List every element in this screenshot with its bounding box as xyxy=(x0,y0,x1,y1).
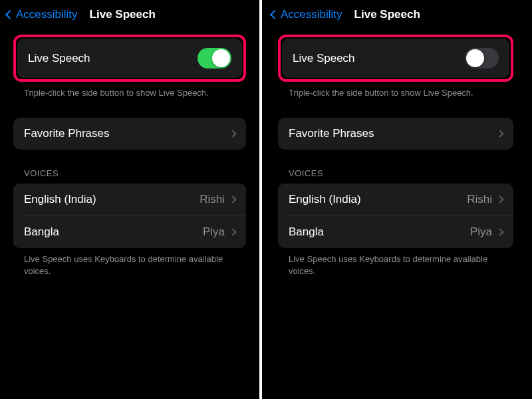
voice-row[interactable]: Bangla Piya xyxy=(13,216,246,248)
chevron-left-icon xyxy=(5,10,15,19)
voice-value: Piya xyxy=(203,225,235,239)
voice-row[interactable]: English (India) Rishi xyxy=(13,184,246,215)
live-speech-row[interactable]: Live Speech xyxy=(282,39,509,78)
hint-keyboards: Live Speech uses Keyboards to determine … xyxy=(13,248,246,277)
live-speech-label: Live Speech xyxy=(293,52,355,65)
back-label: Accessibility xyxy=(281,8,342,21)
voice-row[interactable]: English (India) Rishi xyxy=(278,184,513,215)
voice-row[interactable]: Bangla Piya xyxy=(278,216,513,248)
page-title: Live Speech xyxy=(354,8,420,21)
back-button[interactable]: Accessibility xyxy=(271,8,342,21)
back-label: Accessibility xyxy=(16,8,78,21)
favorite-phrases-row[interactable]: Favorite Phrases xyxy=(13,118,246,150)
voices-header: Voices xyxy=(278,150,513,184)
navbar: Accessibility Live Speech xyxy=(265,0,527,29)
chevron-left-icon xyxy=(270,10,279,19)
voices-group: English (India) Rishi Bangla Piya xyxy=(278,184,513,248)
favorite-phrases-row[interactable]: Favorite Phrases xyxy=(278,118,513,150)
live-speech-row[interactable]: Live Speech xyxy=(17,39,242,78)
chevron-right-icon xyxy=(229,229,236,236)
panel-live-speech-on: Accessibility Live Speech Live Speech Tr… xyxy=(0,0,262,399)
page-title: Live Speech xyxy=(90,8,156,21)
voice-value: Piya xyxy=(470,225,503,239)
chevron-right-icon xyxy=(496,130,503,138)
live-speech-label: Live Speech xyxy=(28,52,90,65)
voices-header: Voices xyxy=(13,150,246,184)
chevron-right-icon xyxy=(229,196,236,203)
toggle-knob-icon xyxy=(212,49,230,67)
back-button[interactable]: Accessibility xyxy=(7,8,78,21)
highlight-box: Live Speech xyxy=(278,35,513,82)
navbar: Accessibility Live Speech xyxy=(0,0,259,29)
voice-name: English (India) xyxy=(289,193,467,206)
voice-name: Bangla xyxy=(24,225,203,239)
live-speech-toggle[interactable] xyxy=(198,48,231,68)
favorite-phrases-label: Favorite Phrases xyxy=(24,127,110,140)
chevron-right-icon xyxy=(496,229,503,236)
panel-live-speech-off: Accessibility Live Speech Live Speech Tr… xyxy=(265,0,527,399)
highlight-box: Live Speech xyxy=(13,35,246,82)
chevron-right-icon xyxy=(229,130,236,138)
hint-triple-click: Triple-click the side button to show Liv… xyxy=(278,82,513,99)
voice-value: Rishi xyxy=(200,193,235,206)
voice-value: Rishi xyxy=(467,193,503,206)
voices-group: English (India) Rishi Bangla Piya xyxy=(13,184,246,248)
voice-name: English (India) xyxy=(24,193,200,206)
voice-name: Bangla xyxy=(289,225,470,239)
chevron-right-icon xyxy=(496,196,503,203)
hint-triple-click: Triple-click the side button to show Liv… xyxy=(13,82,246,99)
favorite-phrases-label: Favorite Phrases xyxy=(289,127,374,140)
live-speech-toggle[interactable] xyxy=(465,48,499,68)
toggle-knob-icon xyxy=(466,49,484,67)
hint-keyboards: Live Speech uses Keyboards to determine … xyxy=(278,248,513,277)
